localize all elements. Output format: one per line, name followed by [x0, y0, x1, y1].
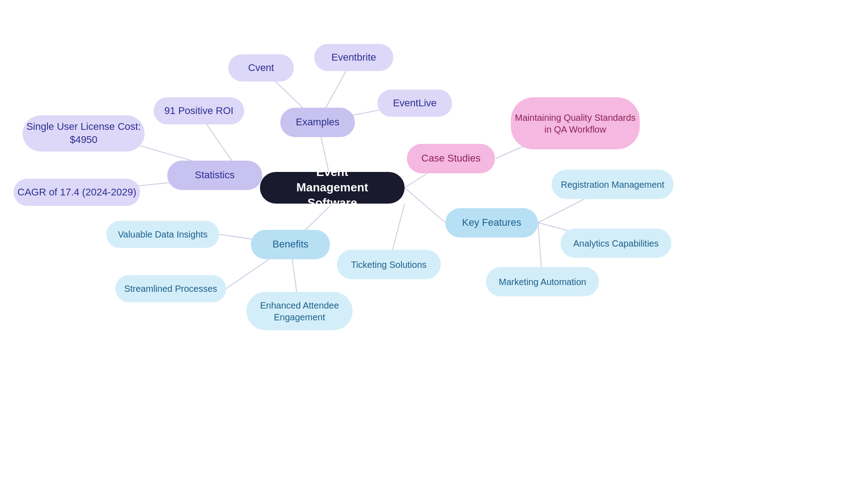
positive-roi-node[interactable]: 91 Positive ROI — [154, 97, 244, 124]
center-node[interactable]: Event Management Software — [260, 172, 405, 204]
mindmap-container: Event Management Software Statistics 91 … — [0, 0, 868, 490]
valuable-data-node[interactable]: Valuable Data Insights — [106, 221, 219, 248]
registration-node[interactable]: Registration Management — [552, 170, 674, 199]
eventlive-node[interactable]: EventLive — [377, 90, 452, 117]
statistics-node[interactable]: Statistics — [167, 161, 262, 190]
key-features-node[interactable]: Key Features — [445, 208, 538, 238]
examples-node[interactable]: Examples — [280, 108, 355, 137]
qa-workflow-node[interactable]: Maintaining Quality Standards in QA Work… — [511, 97, 640, 149]
marketing-node[interactable]: Marketing Automation — [486, 267, 599, 296]
analytics-node[interactable]: Analytics Capabilities — [561, 228, 671, 258]
cagr-node[interactable]: CAGR of 17.4 (2024-2029) — [14, 179, 140, 206]
benefits-node[interactable]: Benefits — [251, 230, 330, 259]
ticketing-node[interactable]: Ticketing Solutions — [337, 250, 441, 279]
case-studies-node[interactable]: Case Studies — [407, 144, 495, 173]
license-cost-node[interactable]: Single User License Cost: $4950 — [23, 115, 145, 152]
enhanced-attendee-node[interactable]: Enhanced Attendee Engagement — [246, 292, 353, 330]
streamlined-node[interactable]: Streamlined Processes — [115, 275, 226, 302]
eventbrite-node[interactable]: Eventbrite — [314, 44, 393, 71]
cvent-node[interactable]: Cvent — [228, 54, 294, 81]
